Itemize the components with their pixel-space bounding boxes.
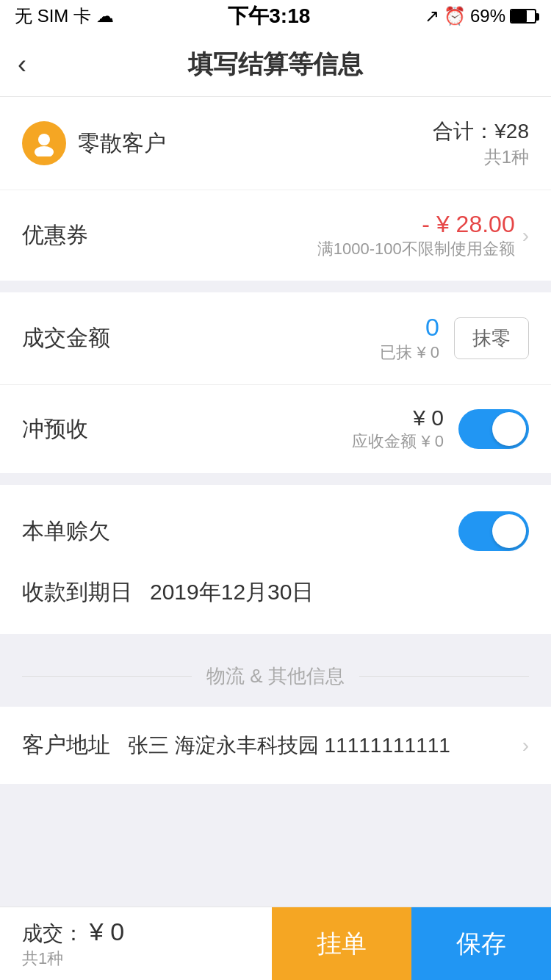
round-button[interactable]: 抹零 (454, 317, 529, 359)
coupon-label: 优惠券 (22, 220, 88, 251)
coupon-info: - ¥ 28.00 满1000-100不限制使用金额 (317, 211, 515, 260)
prepay-toggle[interactable] (458, 409, 529, 449)
prepay-sub: 应收金额 ¥ 0 (352, 430, 444, 453)
back-button[interactable]: ‹ (18, 49, 26, 80)
summary-amount: ¥ 0 (90, 918, 124, 945)
address-row[interactable]: 客户地址 张三 海淀永丰科技园 11111111111 › (0, 707, 551, 784)
transaction-sub: 已抹 ¥ 0 (380, 342, 439, 364)
bottom-bar: 成交： ¥ 0 共1种 挂单 保存 (0, 907, 551, 980)
address-section: 客户地址 张三 海淀永丰科技园 11111111111 › (0, 707, 551, 784)
status-time: 下午3:18 (228, 2, 310, 30)
due-date-value: 2019年12月30日 (150, 577, 314, 608)
transaction-amount-group: 0 已抹 ¥ 0 (380, 313, 439, 364)
svg-point-0 (38, 134, 50, 145)
avatar (22, 121, 66, 165)
alarm-icon: ⏰ (444, 6, 466, 26)
coupon-row[interactable]: 优惠券 - ¥ 28.00 满1000-100不限制使用金额 › (0, 190, 551, 281)
transaction-row: 成交金额 0 已抹 ¥ 0 抹零 (0, 292, 551, 384)
battery-label: 69% (470, 6, 505, 26)
customer-name: 零散客户 (78, 129, 166, 159)
debt-section: 本单赊欠 收款到期日 2019年12月30日 (0, 485, 551, 634)
bottom-actions: 挂单 保存 (272, 907, 551, 980)
transaction-right: 0 已抹 ¥ 0 抹零 (380, 313, 529, 364)
transaction-section: 成交金额 0 已抹 ¥ 0 抹零 冲预收 ¥ 0 应收金额 ¥ 0 (0, 292, 551, 473)
debt-label: 本单赊欠 (22, 516, 110, 547)
customer-section: 零散客户 合计：¥28 共1种 优惠券 - ¥ 28.00 满1000-100不… (0, 97, 551, 281)
toggle-knob (492, 412, 526, 446)
debt-toggle[interactable] (458, 511, 529, 551)
hold-button[interactable]: 挂单 (272, 907, 411, 980)
header-line-right (359, 676, 529, 677)
debt-toggle-knob (492, 514, 526, 548)
save-button[interactable]: 保存 (411, 907, 551, 980)
sim-label: 无 SIM 卡 ☁ (15, 4, 114, 28)
address-chevron-icon: › (522, 734, 529, 757)
total-amount: 合计：¥28 (433, 118, 529, 145)
address-label: 客户地址 (22, 730, 110, 760)
address-value: 张三 海淀永丰科技园 11111111111 (128, 732, 522, 760)
coupon-discount: - ¥ 28.00 (317, 211, 515, 238)
due-date-label: 收款到期日 (22, 577, 132, 608)
prepay-amounts: ¥ 0 应收金额 ¥ 0 (352, 406, 444, 453)
prepay-value: ¥ 0 (352, 406, 444, 430)
svg-point-1 (35, 146, 54, 156)
summary-label: 成交： (22, 922, 84, 945)
customer-total: 合计：¥28 共1种 (433, 118, 529, 169)
location-icon: ↗ (425, 6, 439, 26)
customer-row: 零散客户 合计：¥28 共1种 (0, 97, 551, 190)
total-count: 共1种 (433, 145, 529, 169)
bottom-summary: 成交： ¥ 0 共1种 (0, 918, 272, 970)
prepay-label: 冲预收 (22, 414, 88, 444)
customer-info: 零散客户 (22, 121, 166, 165)
coupon-right: - ¥ 28.00 满1000-100不限制使用金额 › (317, 211, 529, 260)
date-row: 收款到期日 2019年12月30日 (0, 577, 551, 634)
prepay-right: ¥ 0 应收金额 ¥ 0 (352, 406, 529, 453)
logistics-section-header: 物流 & 其他信息 (0, 646, 551, 707)
prepay-row: 冲预收 ¥ 0 应收金额 ¥ 0 (0, 384, 551, 473)
page-title: 填写结算等信息 (188, 48, 363, 82)
debt-row: 本单赊欠 (0, 485, 551, 577)
summary-count: 共1种 (22, 948, 250, 970)
header-line-left (22, 676, 192, 677)
transaction-amount: 0 (380, 313, 439, 342)
transaction-label: 成交金额 (22, 323, 110, 353)
bottom-summary-line1: 成交： ¥ 0 (22, 918, 250, 948)
status-left: 无 SIM 卡 ☁ (15, 4, 114, 28)
battery-icon (510, 9, 536, 24)
coupon-description: 满1000-100不限制使用金额 (317, 238, 515, 260)
nav-bar: ‹ 填写结算等信息 (0, 32, 551, 97)
status-bar: 无 SIM 卡 ☁ 下午3:18 ↗ ⏰ 69% (0, 0, 551, 32)
logistics-label: 物流 & 其他信息 (206, 663, 345, 689)
status-right: ↗ ⏰ 69% (425, 6, 536, 26)
chevron-right-icon: › (522, 224, 529, 248)
